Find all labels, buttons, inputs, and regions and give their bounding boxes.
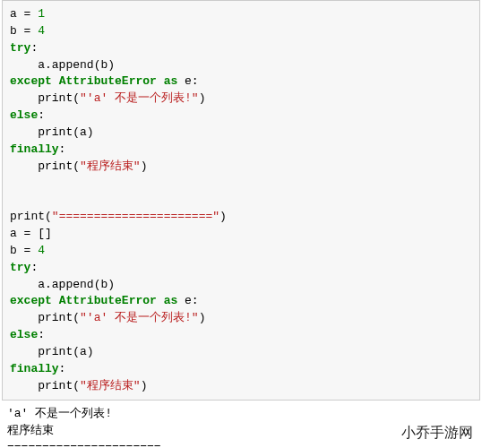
code-number: 4 xyxy=(38,24,45,38)
code-keyword: except xyxy=(10,294,52,307)
code-string: "程序结束" xyxy=(80,159,141,173)
code-string: "程序结束" xyxy=(80,379,141,392)
code-keyword: finally xyxy=(10,362,59,375)
code-token: a = [] xyxy=(10,227,52,240)
code-token: b = xyxy=(10,244,38,257)
code-token: print xyxy=(38,91,73,105)
code-keyword: as xyxy=(164,74,178,88)
code-keyword: try xyxy=(10,261,30,274)
code-token: a.append(b) xyxy=(38,58,115,72)
code-keyword: try xyxy=(10,41,30,55)
code-token xyxy=(10,91,38,105)
output-line: 程序结束 xyxy=(7,424,54,437)
watermark-text: 小乔手游网 xyxy=(401,424,473,443)
code-token xyxy=(10,58,38,72)
code-keyword: else xyxy=(10,108,38,122)
code-token: e: xyxy=(177,74,198,88)
output-line: ====================== xyxy=(7,441,161,448)
code-string: "'a' 不是一个列表!" xyxy=(80,91,199,105)
code-string: "======================" xyxy=(52,210,219,223)
code-token: a = xyxy=(10,7,38,21)
code-number: 4 xyxy=(38,244,45,257)
code-token: a.append(b) xyxy=(38,278,115,291)
code-token: a xyxy=(80,125,87,139)
code-exception: AttributeError xyxy=(59,74,157,88)
code-keyword: as xyxy=(164,294,178,307)
code-number: 1 xyxy=(38,7,45,21)
code-exception: AttributeError xyxy=(59,294,157,307)
code-token: b = xyxy=(10,24,38,38)
code-keyword: except xyxy=(10,74,52,88)
code-cell[interactable]: a = 1 b = 4 try: a.append(b) except Attr… xyxy=(2,0,480,401)
code-keyword: finally xyxy=(10,142,59,156)
code-string: "'a' 不是一个列表!" xyxy=(80,311,199,324)
output-line: 'a' 不是一个列表! xyxy=(7,407,112,420)
code-keyword: else xyxy=(10,328,38,341)
code-token: : xyxy=(30,41,38,55)
